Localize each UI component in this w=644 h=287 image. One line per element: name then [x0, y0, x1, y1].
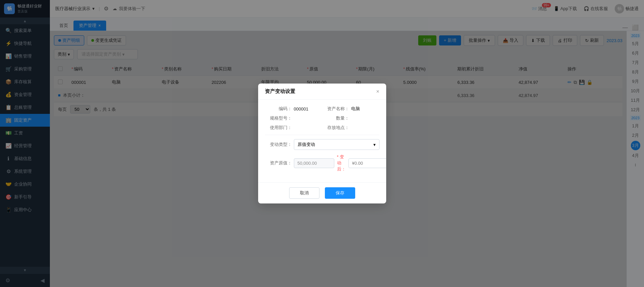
dept-label: 使用部门：	[265, 125, 292, 131]
asset-name-value: 电脑	[351, 106, 379, 112]
after-change-input[interactable]	[348, 158, 386, 168]
modal-row-spec-qty: 规格型号： 数量：	[265, 115, 379, 121]
modal-title: 资产变动设置	[265, 88, 295, 95]
modal-divider	[265, 135, 379, 135]
modal-header: 资产变动设置 ×	[258, 84, 386, 100]
change-type-dropdown-icon: ▾	[373, 142, 376, 147]
modal-row-value-change: 资产原值： * 变动后：	[265, 154, 379, 172]
modal-row-change-type: 变动类型： 原值变动 ▾	[265, 139, 379, 150]
change-type-select[interactable]: 原值变动 ▾	[294, 139, 379, 150]
cancel-button[interactable]: 取消	[289, 187, 319, 199]
after-change-label: * 变动后：	[337, 154, 346, 172]
modal-overlay: 资产变动设置 × 编码： 000001 资产名称： 电脑 规格型号： 数量： 使…	[0, 0, 644, 287]
modal-row-code-name: 编码： 000001 资产名称： 电脑	[265, 106, 379, 112]
modal-close-btn[interactable]: ×	[376, 89, 379, 95]
original-value-input	[294, 158, 334, 168]
save-button[interactable]: 保存	[325, 187, 355, 199]
modal-row-dept-location: 使用部门： 存放地点：	[265, 125, 379, 131]
change-type-value: 原值变动	[298, 141, 315, 148]
spec-label: 规格型号：	[265, 115, 292, 121]
code-label: 编码：	[265, 106, 292, 112]
modal-body: 编码： 000001 资产名称： 电脑 规格型号： 数量： 使用部门： 存放地点…	[258, 100, 386, 182]
asset-name-label: 资产名称：	[322, 106, 349, 112]
modal-footer: 取消 保存	[258, 182, 386, 203]
asset-change-modal: 资产变动设置 × 编码： 000001 资产名称： 电脑 规格型号： 数量： 使…	[258, 84, 386, 203]
code-value: 000001	[294, 106, 322, 111]
change-type-label: 变动类型：	[265, 141, 292, 148]
original-value-label: 资产原值：	[265, 160, 292, 166]
qty-label: 数量：	[322, 115, 349, 121]
location-label: 存放地点：	[322, 125, 349, 131]
